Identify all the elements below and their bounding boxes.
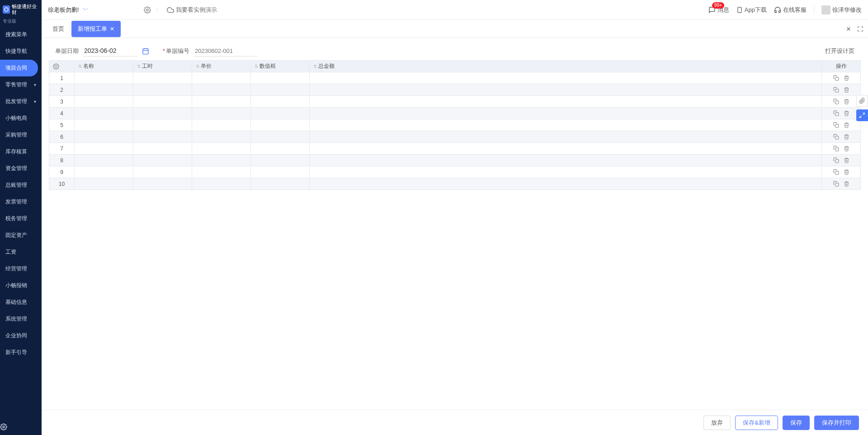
cell-time[interactable] xyxy=(133,96,192,108)
cell-price[interactable] xyxy=(192,155,251,166)
row-copy-button[interactable] xyxy=(833,169,839,175)
cell-price[interactable] xyxy=(192,72,251,84)
row-delete-button[interactable] xyxy=(844,122,849,128)
cell-name[interactable] xyxy=(75,143,133,155)
row-delete-button[interactable] xyxy=(844,134,849,140)
cell-time[interactable] xyxy=(133,108,192,119)
row-delete-button[interactable] xyxy=(844,157,849,163)
sidebar-item-13[interactable]: 工资 xyxy=(0,244,42,260)
cell-amount[interactable] xyxy=(310,155,822,166)
save-print-button[interactable]: 保存并打印 xyxy=(814,416,859,430)
cell-name[interactable] xyxy=(75,119,133,131)
col-header-amount[interactable]: ⇅总金额 xyxy=(310,61,822,72)
cell-price[interactable] xyxy=(192,84,251,96)
messages-button[interactable]: 99+ 消息 xyxy=(708,6,729,14)
cell-name[interactable] xyxy=(75,155,133,166)
calendar-button[interactable] xyxy=(142,47,149,55)
cell-valuebox[interactable] xyxy=(251,84,310,96)
sidebar-item-19[interactable]: 新手引导 xyxy=(0,344,42,361)
sidebar-item-15[interactable]: 小畅报销 xyxy=(0,277,42,294)
sidebar-item-11[interactable]: 税务管理 xyxy=(0,210,42,227)
row-delete-button[interactable] xyxy=(844,110,849,116)
column-config-button[interactable] xyxy=(49,61,75,72)
org-settings-button[interactable] xyxy=(144,6,151,14)
cell-time[interactable] xyxy=(133,178,192,190)
row-copy-button[interactable] xyxy=(833,75,839,81)
discard-button[interactable]: 放弃 xyxy=(703,416,731,430)
cell-amount[interactable] xyxy=(310,178,822,190)
number-input[interactable] xyxy=(194,46,257,57)
col-header-price[interactable]: ⇅单价 xyxy=(192,61,251,72)
date-input[interactable] xyxy=(83,45,137,57)
row-delete-button[interactable] xyxy=(844,87,849,93)
sidebar-item-12[interactable]: 固定资产 xyxy=(0,227,42,244)
online-service-button[interactable]: 在线客服 xyxy=(774,6,807,14)
row-delete-button[interactable] xyxy=(844,181,849,187)
org-selector[interactable]: 徐老板勿删! ﹀ xyxy=(48,6,138,14)
sidebar-item-0[interactable]: 搜索菜单 xyxy=(0,26,42,43)
sidebar-item-9[interactable]: 总账管理 xyxy=(0,177,42,194)
sidebar-item-18[interactable]: 企业协同 xyxy=(0,327,42,344)
col-header-time[interactable]: ⇅工时 xyxy=(133,61,192,72)
tab-0[interactable]: 首页 xyxy=(46,21,71,37)
tab-close-icon[interactable]: ✕ xyxy=(110,26,114,32)
cell-price[interactable] xyxy=(192,96,251,108)
row-copy-button[interactable] xyxy=(833,99,839,104)
tabs-close-button[interactable] xyxy=(845,26,852,32)
cell-price[interactable] xyxy=(192,131,251,143)
fullscreen-button[interactable] xyxy=(857,26,863,32)
col-header-valuebox[interactable]: ⇅数值框 xyxy=(251,61,310,72)
cell-amount[interactable] xyxy=(310,84,822,96)
cell-time[interactable] xyxy=(133,84,192,96)
cell-valuebox[interactable] xyxy=(251,155,310,166)
save-button[interactable]: 保存 xyxy=(783,416,810,430)
row-copy-button[interactable] xyxy=(833,87,839,93)
attachment-tool[interactable] xyxy=(856,95,868,107)
cell-amount[interactable] xyxy=(310,119,822,131)
cell-time[interactable] xyxy=(133,166,192,178)
row-copy-button[interactable] xyxy=(833,122,839,128)
cell-price[interactable] xyxy=(192,119,251,131)
cell-price[interactable] xyxy=(192,166,251,178)
cell-amount[interactable] xyxy=(310,143,822,155)
sidebar-item-14[interactable]: 经营管理 xyxy=(0,260,42,277)
cell-name[interactable] xyxy=(75,108,133,119)
app-download-button[interactable]: App下载 xyxy=(736,6,767,14)
cell-amount[interactable] xyxy=(310,131,822,143)
cell-amount[interactable] xyxy=(310,96,822,108)
row-delete-button[interactable] xyxy=(844,169,849,175)
row-delete-button[interactable] xyxy=(844,75,849,81)
col-header-name[interactable]: ⇅名称 xyxy=(75,61,133,72)
row-delete-button[interactable] xyxy=(844,99,849,104)
row-copy-button[interactable] xyxy=(833,181,839,187)
cell-valuebox[interactable] xyxy=(251,72,310,84)
sidebar-item-17[interactable]: 系统管理 xyxy=(0,311,42,327)
cell-price[interactable] xyxy=(192,178,251,190)
expand-tool[interactable] xyxy=(856,109,868,121)
sidebar-item-7[interactable]: 库存核算 xyxy=(0,143,42,160)
cell-name[interactable] xyxy=(75,166,133,178)
cell-price[interactable] xyxy=(192,108,251,119)
sidebar-item-1[interactable]: 快捷导航 xyxy=(0,43,42,60)
row-copy-button[interactable] xyxy=(833,110,839,116)
cell-name[interactable] xyxy=(75,131,133,143)
sidebar-item-10[interactable]: 发票管理 xyxy=(0,194,42,210)
sidebar-item-3[interactable]: 零售管理▾ xyxy=(0,76,42,93)
sidebar-item-16[interactable]: 基础信息 xyxy=(0,294,42,311)
cell-amount[interactable] xyxy=(310,166,822,178)
tab-1[interactable]: 新增报工单✕ xyxy=(71,21,121,37)
row-copy-button[interactable] xyxy=(833,146,839,151)
cell-valuebox[interactable] xyxy=(251,96,310,108)
cell-amount[interactable] xyxy=(310,72,822,84)
sidebar-settings[interactable] xyxy=(0,419,42,435)
cell-time[interactable] xyxy=(133,131,192,143)
cell-valuebox[interactable] xyxy=(251,143,310,155)
cell-valuebox[interactable] xyxy=(251,178,310,190)
cell-time[interactable] xyxy=(133,72,192,84)
user-menu[interactable]: 徐泽华修改 xyxy=(821,5,862,14)
cell-price[interactable] xyxy=(192,143,251,155)
cell-amount[interactable] xyxy=(310,108,822,119)
cell-valuebox[interactable] xyxy=(251,108,310,119)
cell-time[interactable] xyxy=(133,143,192,155)
row-copy-button[interactable] xyxy=(833,157,839,163)
